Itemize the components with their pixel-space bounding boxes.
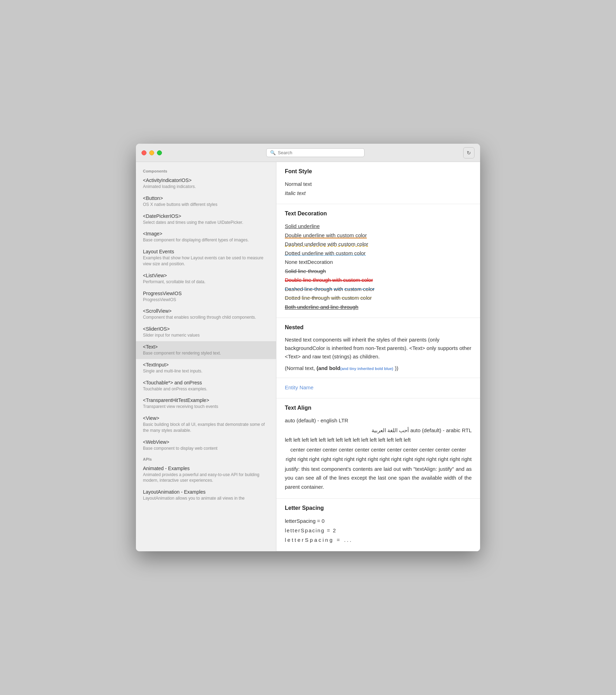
sidebar-item-title: <SliderIOS> [143, 326, 269, 332]
letter-spacing-header: Letter Spacing [285, 505, 472, 511]
sidebar-item-scrollview[interactable]: <ScrollView> Component that enables scro… [136, 305, 276, 323]
sidebar-item-activity[interactable]: <ActivityIndicatorIOS> Animated loading … [136, 175, 276, 193]
refresh-button[interactable]: ↻ [463, 147, 474, 158]
sidebar-item-datepicker[interactable]: <DatePickerIOS> Select dates and times u… [136, 210, 276, 228]
sidebar-item-desc: Slider input for numeric values [143, 332, 269, 338]
search-input[interactable] [278, 150, 361, 155]
sidebar-item-desc: Animated loading indicators. [143, 184, 269, 190]
sidebar-item-title: <TransparentHitTestExample> [143, 397, 269, 403]
sidebar-item-desc: Touchable and onPress examples. [143, 386, 269, 392]
double-linethrough-color-row: Double line-through with custom color [285, 275, 472, 285]
align-rtl-row: auto (default) - arabic RTL أحب اللغة ال… [285, 426, 472, 435]
font-style-section: Font Style Normal text Italic text [276, 162, 480, 204]
normal-text-span: (Normal text, [285, 365, 315, 371]
components-label: Components [136, 166, 276, 175]
sidebar-item-title: ProgressViewIOS [143, 291, 269, 296]
sidebar-item-title: <ListView> [143, 273, 269, 278]
align-left-row: left left left left left left left left … [285, 435, 472, 444]
dotted-linethrough-color-row: Dotted line-through with custom color [285, 293, 472, 303]
nested-demo: (Normal text, (and bold(and tiny inherit… [285, 365, 472, 371]
sidebar-item-image[interactable]: <Image> Base component for displaying di… [136, 228, 276, 246]
close-paren-span: )) [395, 365, 398, 371]
maximize-button[interactable] [157, 150, 162, 155]
sidebar-item-button[interactable]: <Button> OS X native buttons with differ… [136, 193, 276, 210]
letter-spacing-x-row: letterSpacing = ... [285, 535, 472, 545]
search-bar: 🔍 [168, 148, 463, 157]
sidebar-item-title: <Touchable*> and onPress [143, 380, 269, 385]
sidebar-item-view[interactable]: <View> Basic building block of all UI, e… [136, 413, 276, 436]
sidebar-item-title: <Image> [143, 231, 269, 236]
letter-spacing-0-row: letterSpacing = 0 [285, 516, 472, 526]
sidebar-item-desc: Basic building block of all UI, examples… [143, 422, 269, 434]
sidebar: Components <ActivityIndicatorIOS> Animat… [136, 162, 276, 551]
traffic-lights [142, 150, 162, 155]
main-content: Font Style Normal text Italic text Text … [276, 162, 480, 551]
sidebar-item-desc: Component that enables scrolling through… [143, 314, 269, 320]
sidebar-item-desc: Animated provides a powerful and easy-to… [143, 472, 269, 484]
sidebar-item-text[interactable]: <Text> Base component for rendering styl… [136, 341, 276, 359]
app-window: 🔍 ↻ Components <ActivityIndicatorIOS> An… [136, 144, 480, 551]
sidebar-item-desc: OS X native buttons with different style… [143, 202, 269, 208]
minimize-button[interactable] [149, 150, 154, 155]
close-button[interactable] [142, 150, 146, 155]
sidebar-item-title: LayoutAnimation - Examples [143, 489, 269, 495]
underline-and-linethrough-row: Both underline and line-through [285, 303, 472, 312]
nested-desc: Nested text components will inherit the … [285, 336, 472, 361]
sidebar-item-desc: ProgressViewIOS [143, 297, 269, 303]
sidebar-item-desc: Base component for rendering styled text… [143, 350, 269, 356]
italic-text-row: Italic text [285, 189, 472, 198]
font-style-header: Font Style [285, 168, 472, 175]
none-decoration-row: None textDecoration [285, 258, 472, 267]
nested-header: Nested [285, 324, 472, 331]
double-underline-color-row: Double underline with custom color [285, 231, 472, 240]
solid-linethrough-row: Solid line-through [285, 267, 472, 276]
sidebar-item-desc: Transparent view receiving touch events [143, 404, 269, 410]
sidebar-item-desc: Select dates and times using the native … [143, 220, 269, 226]
sidebar-item-sliderios[interactable]: <SliderIOS> Slider input for numeric val… [136, 323, 276, 341]
bold-text-span: (and bold(and tiny inherited bold blue) [316, 365, 393, 371]
sidebar-item-touchable[interactable]: <Touchable*> and onPress Touchable and o… [136, 377, 276, 395]
dashed-underline-color-row: Dashed underline with custom color [285, 240, 472, 249]
sidebar-item-desc: Examples that show how Layout events can… [143, 255, 269, 267]
sidebar-item-desc: Base component for displaying different … [143, 237, 269, 243]
entity-name-section: Entity Name [276, 378, 480, 398]
text-align-section: Text Align auto (default) - english LTR … [276, 398, 480, 499]
sidebar-item-layout[interactable]: Layout Events Examples that show how Lay… [136, 246, 276, 270]
sidebar-item-transparenthit[interactable]: <TransparentHitTestExample> Transparent … [136, 395, 276, 413]
sidebar-item-title: <DatePickerIOS> [143, 213, 269, 219]
dotted-underline-color-row: Dotted underline with custom color [285, 249, 472, 258]
align-center-row: center center center center center cente… [285, 445, 472, 454]
sidebar-item-desc: Single and multi-line text inputs. [143, 368, 269, 374]
content-area: Components <ActivityIndicatorIOS> Animat… [136, 162, 480, 551]
sidebar-item-title: <Button> [143, 195, 269, 201]
apis-label: APIs [136, 454, 276, 463]
sidebar-item-title: <View> [143, 415, 269, 421]
sidebar-item-desc: Performant, scrollable list of data. [143, 279, 269, 285]
normal-text-row: Normal text [285, 180, 472, 189]
align-right-row: right right right right right right righ… [285, 455, 472, 464]
sidebar-item-title: <WebView> [143, 439, 269, 445]
search-icon: 🔍 [270, 150, 276, 155]
align-justify-row: justify: this text component's contents … [285, 465, 472, 492]
text-decoration-section: Text Decoration Solid underline Double u… [276, 204, 480, 318]
text-align-header: Text Align [285, 405, 472, 411]
sidebar-item-title: Layout Events [143, 249, 269, 254]
sidebar-item-title: Animated - Examples [143, 466, 269, 471]
nested-section: Nested Nested text components will inher… [276, 318, 480, 378]
bold-blue-span: (and tiny inherited bold blue) [340, 366, 393, 371]
sidebar-item-title: <Text> [143, 344, 269, 350]
sidebar-item-progressview[interactable]: ProgressViewIOS ProgressViewIOS [136, 288, 276, 306]
sidebar-item-webview[interactable]: <WebView> Base component to display web … [136, 436, 276, 454]
search-input-wrap[interactable]: 🔍 [266, 148, 365, 157]
sidebar-item-title: <TextInput> [143, 362, 269, 368]
titlebar: 🔍 ↻ [136, 144, 480, 162]
sidebar-item-animated[interactable]: Animated - Examples Animated provides a … [136, 463, 276, 487]
sidebar-item-desc: LayoutAnimation allows you to animate al… [143, 495, 269, 501]
sidebar-item-textinput[interactable]: <TextInput> Single and multi-line text i… [136, 359, 276, 377]
letter-spacing-section: Letter Spacing letterSpacing = 0 letterS… [276, 499, 480, 551]
align-auto-row: auto (default) - english LTR [285, 416, 472, 425]
dashed-linethrough-color-row: Dashed line-through with custom color [285, 285, 472, 294]
entity-name-text: Entity Name [285, 384, 472, 390]
sidebar-item-listview[interactable]: <ListView> Performant, scrollable list o… [136, 270, 276, 288]
sidebar-item-layoutanim[interactable]: LayoutAnimation - Examples LayoutAnimati… [136, 486, 276, 504]
